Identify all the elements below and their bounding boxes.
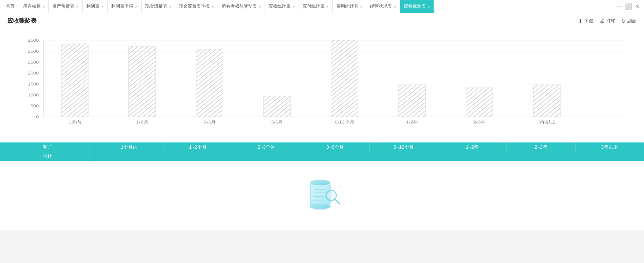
svg-point-29 bbox=[310, 204, 330, 209]
tab-equity-change[interactable]: 所有者权益变动表 × bbox=[218, 0, 265, 13]
bar-chart: 2500 2500 2500 2000 1500 1000 500 0 bbox=[7, 37, 637, 132]
bar-1month bbox=[61, 44, 88, 117]
tab-inventory[interactable]: 库存核算 × bbox=[19, 0, 49, 13]
tab-equity-change-label: 所有者权益变动表 bbox=[222, 3, 257, 9]
svg-text:1-2年: 1-2年 bbox=[406, 120, 418, 124]
svg-text:2-3月: 2-3月 bbox=[204, 120, 216, 124]
tab-profit-quarter-label: 利润表季报 bbox=[111, 3, 133, 9]
col-customer: 客户 bbox=[0, 142, 95, 152]
svg-text:2500: 2500 bbox=[28, 60, 39, 64]
tab-profit-quarter[interactable]: 利润表季报 × bbox=[108, 0, 141, 13]
svg-text:1月内: 1月内 bbox=[68, 120, 81, 124]
tab-home[interactable]: 首页 bbox=[1, 0, 19, 13]
print-icon: 🖨 bbox=[599, 18, 604, 24]
refresh-label: 刷新 bbox=[627, 18, 637, 24]
download-label: 下载 bbox=[584, 18, 594, 24]
tab-cashflow-close[interactable]: × bbox=[169, 4, 171, 9]
tab-ar-stats-label: 应收统计表 bbox=[269, 3, 291, 9]
svg-text:3-6月: 3-6月 bbox=[271, 120, 283, 124]
svg-point-39 bbox=[339, 186, 340, 187]
svg-text:2-3年: 2-3年 bbox=[473, 120, 486, 124]
header-actions: ⬇ 下载 🖨 打印 ↻ 刷新 bbox=[578, 18, 637, 24]
svg-text:2000: 2000 bbox=[28, 71, 39, 75]
maximize-button[interactable]: ⬜ bbox=[625, 3, 632, 10]
tab-ar-aging-close[interactable]: × bbox=[428, 4, 430, 9]
bar-2-3year bbox=[466, 88, 493, 117]
col-1-2year: 1~2年 bbox=[438, 142, 507, 152]
tab-home-label: 首页 bbox=[6, 3, 15, 9]
download-button[interactable]: ⬇ 下载 bbox=[578, 18, 594, 24]
tab-profit-quarter-close[interactable]: × bbox=[135, 4, 137, 9]
tab-profit[interactable]: 利润表 × bbox=[83, 0, 108, 13]
page-header: 应收账龄表 ⬇ 下载 🖨 打印 ↻ 刷新 bbox=[0, 13, 644, 29]
col-3plus-year: 3年以上 bbox=[576, 142, 644, 152]
tab-equity-change-close[interactable]: × bbox=[259, 4, 261, 9]
col-2-3year: 2~3年 bbox=[507, 142, 576, 152]
chart-area: 2500 2500 2500 2000 1500 1000 500 0 bbox=[0, 33, 644, 142]
svg-text:6-12个月: 6-12个月 bbox=[335, 120, 354, 124]
svg-rect-27 bbox=[310, 183, 330, 206]
svg-text:1500: 1500 bbox=[28, 82, 39, 86]
tab-ap-stats[interactable]: 应付统计表 × bbox=[299, 0, 333, 13]
tab-cashflow-quarter-label: 现金流量表季报 bbox=[179, 3, 210, 9]
bar-1-2year bbox=[398, 85, 426, 117]
bar-1-2month bbox=[129, 46, 156, 117]
tab-operations[interactable]: 经营状况表 × bbox=[366, 0, 400, 13]
tab-ar-stats-close[interactable]: × bbox=[292, 4, 295, 9]
tab-balance-sheet[interactable]: 资产负债表 × bbox=[49, 0, 82, 13]
tab-ar-aging[interactable]: 应收账龄表 × bbox=[400, 0, 434, 13]
tab-profit-label: 利润表 bbox=[86, 3, 100, 9]
tab-ar-stats[interactable]: 应收统计表 × bbox=[265, 0, 299, 13]
col-1-2month: 1~2个月 bbox=[164, 142, 233, 152]
tab-cashflow-quarter[interactable]: 现金流量表季报 × bbox=[175, 0, 218, 13]
svg-text:3年以上: 3年以上 bbox=[538, 120, 555, 124]
svg-point-37 bbox=[307, 186, 308, 187]
page-title: 应收账龄表 bbox=[7, 17, 37, 25]
tab-operations-label: 经营状况表 bbox=[370, 3, 392, 9]
tab-inventory-label: 库存核算 bbox=[23, 3, 41, 9]
svg-text:2500: 2500 bbox=[28, 38, 39, 42]
bar-3plus-year bbox=[533, 85, 560, 117]
svg-text:· · ·: · · · bbox=[329, 179, 333, 183]
svg-text:500: 500 bbox=[30, 104, 39, 108]
download-icon: ⬇ bbox=[578, 18, 583, 24]
tab-expense-stats-label: 费用统计表 bbox=[336, 3, 358, 9]
tab-expense-stats[interactable]: 费用统计表 × bbox=[333, 0, 366, 13]
col-3-6month: 3~6个月 bbox=[301, 142, 370, 152]
svg-line-36 bbox=[335, 199, 340, 204]
refresh-icon: ↻ bbox=[621, 18, 626, 24]
col-total: 合计 bbox=[0, 152, 95, 161]
col-1month: 1个月内 bbox=[95, 142, 164, 152]
bar-3-6month bbox=[263, 96, 291, 117]
svg-point-35 bbox=[327, 192, 335, 199]
print-button[interactable]: 🖨 打印 bbox=[599, 18, 615, 24]
tab-cashflow[interactable]: 现金流量表 × bbox=[142, 0, 175, 13]
tab-balance-sheet-close[interactable]: × bbox=[76, 4, 78, 9]
bar-6-12month bbox=[331, 40, 358, 117]
tab-inventory-close[interactable]: × bbox=[42, 4, 45, 9]
tab-profit-close[interactable]: × bbox=[101, 4, 104, 9]
svg-point-28 bbox=[310, 180, 330, 185]
minimize-button[interactable]: — bbox=[616, 3, 622, 10]
tab-cashflow-label: 现金流量表 bbox=[145, 3, 167, 9]
svg-text:0: 0 bbox=[36, 115, 39, 119]
svg-text:1-2月: 1-2月 bbox=[136, 120, 148, 124]
tab-cashflow-quarter-close[interactable]: × bbox=[211, 4, 214, 9]
tab-ap-stats-label: 应付统计表 bbox=[303, 3, 325, 9]
tab-balance-sheet-label: 资产负债表 bbox=[52, 3, 74, 9]
col-6-12month: 6~12个月 bbox=[370, 142, 438, 152]
empty-state: · · · bbox=[0, 161, 644, 230]
svg-text:1000: 1000 bbox=[28, 93, 39, 97]
tab-expense-stats-close[interactable]: × bbox=[360, 4, 362, 9]
print-label: 打印 bbox=[606, 18, 615, 24]
main-content: 2500 2500 2500 2000 1500 1000 500 0 bbox=[0, 29, 644, 230]
window-controls: — ⬜ ✕ bbox=[616, 3, 643, 10]
tab-ap-stats-close[interactable]: × bbox=[326, 4, 329, 9]
tab-ar-aging-label: 应收账龄表 bbox=[404, 3, 426, 9]
tab-bar: 首页 库存核算 × 资产负债表 × 利润表 × 利润表季报 × 现金流量表 × … bbox=[0, 0, 644, 13]
close-button[interactable]: ✕ bbox=[635, 3, 640, 10]
empty-illustration: · · · bbox=[300, 175, 344, 216]
bar-2-3month bbox=[196, 49, 223, 117]
tab-operations-close[interactable]: × bbox=[394, 4, 396, 9]
refresh-button[interactable]: ↻ 刷新 bbox=[621, 18, 637, 24]
